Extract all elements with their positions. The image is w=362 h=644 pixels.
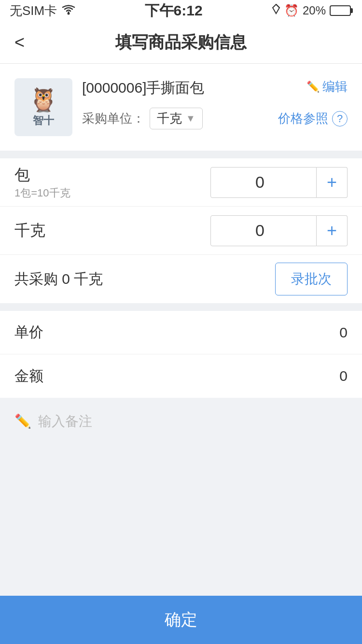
kg-input-controls: +	[210, 215, 348, 246]
amount-row: 金额 0	[0, 354, 362, 398]
product-full-name: [0000006]手撕面包	[82, 78, 204, 98]
summary-text: 共采购 0 千克	[14, 269, 103, 289]
status-time: 下午6:12	[145, 1, 203, 21]
kg-label: 千克	[14, 220, 63, 241]
price-section: 单价 0 金额 0	[0, 311, 362, 398]
amount-label: 金额	[14, 366, 43, 386]
brand-text: 智十	[33, 113, 54, 128]
battery-icon	[330, 5, 352, 16]
price-ref-label: 价格参照	[278, 110, 328, 127]
unit-price-value: 0	[339, 324, 348, 341]
kg-input-row: 千克 +	[0, 207, 362, 255]
divider-1	[0, 151, 362, 158]
confirm-bar[interactable]: 确定	[0, 596, 362, 644]
alarm-icon: ⏰	[284, 4, 299, 17]
batch-button[interactable]: 录批次	[275, 263, 348, 295]
carrier-text: 无SIM卡	[10, 2, 57, 19]
kg-quantity-input[interactable]	[210, 215, 317, 246]
battery-percent: 20%	[303, 4, 326, 17]
note-section[interactable]: ✏️ 输入备注	[0, 398, 362, 475]
bao-label-main: 包	[14, 165, 70, 186]
product-title: 手撕面包	[146, 80, 204, 96]
price-ref-button[interactable]: 价格参照 ?	[278, 110, 348, 127]
bao-quantity-input[interactable]	[210, 167, 317, 198]
location-icon	[272, 4, 280, 17]
edit-button[interactable]: ✏️ 编辑	[306, 78, 348, 95]
summary-row: 共采购 0 千克 录批次	[0, 255, 362, 303]
note-placeholder: 输入备注	[38, 412, 92, 431]
edit-icon: ✏️	[306, 81, 320, 93]
product-info: [0000006]手撕面包 ✏️ 编辑 采购单位： 千克 ▼ 价格参照	[82, 78, 348, 129]
brand-logo-icon: 🦉	[29, 86, 58, 113]
bao-label: 包 1包=10千克	[14, 165, 70, 200]
status-bar: 无SIM卡 下午6:12 ⏰ 20%	[0, 0, 362, 21]
unit-price-row: 单价 0	[0, 311, 362, 354]
chevron-down-icon: ▼	[186, 113, 195, 124]
nav-bar: < 填写商品采购信息	[0, 21, 362, 64]
bao-input-controls: +	[210, 167, 348, 198]
status-left: 无SIM卡	[10, 2, 75, 19]
back-button[interactable]: <	[14, 28, 29, 57]
product-card: 🦉 智十 [0000006]手撕面包 ✏️ 编辑 采购单位： 千克 ▼	[0, 64, 362, 151]
product-id: [0000006]	[82, 80, 146, 96]
page-title: 填写商品采购信息	[115, 31, 247, 54]
bao-plus-button[interactable]: +	[317, 167, 348, 198]
help-icon: ?	[332, 111, 348, 126]
edit-label: 编辑	[322, 78, 348, 95]
purchase-unit-label: 采购单位：	[82, 110, 145, 127]
divider-2	[0, 303, 362, 311]
bao-input-row: 包 1包=10千克 +	[0, 158, 362, 207]
unit-select-dropdown[interactable]: 千克 ▼	[150, 108, 203, 129]
product-name-row: [0000006]手撕面包 ✏️ 编辑	[82, 78, 348, 98]
pencil-icon: ✏️	[14, 413, 31, 429]
unit-price-label: 单价	[14, 322, 43, 342]
product-image: 🦉 智十	[14, 78, 72, 136]
unit-value: 千克	[157, 110, 182, 127]
kg-plus-button[interactable]: +	[317, 215, 348, 246]
purchase-unit-row: 采购单位： 千克 ▼ 价格参照 ?	[82, 108, 348, 129]
bao-label-sub: 1包=10千克	[14, 186, 70, 200]
status-right: ⏰ 20%	[272, 4, 352, 17]
kg-label-main: 千克	[14, 220, 63, 241]
svg-point-0	[68, 12, 70, 14]
input-section: 包 1包=10千克 + 千克 +	[0, 158, 362, 255]
confirm-button-label: 确定	[165, 609, 197, 631]
amount-value: 0	[339, 368, 348, 384]
wifi-icon	[62, 3, 75, 18]
